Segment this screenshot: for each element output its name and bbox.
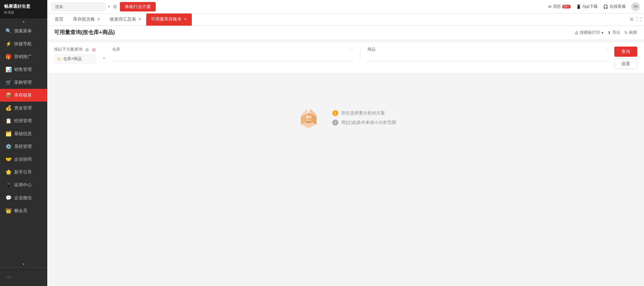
sidebar-scroll-down[interactable]: ▼ [0, 261, 47, 267]
query-left: 按以下方案查询 ⊕ ⊙ ↻ 仓库+商品 [54, 47, 96, 63]
goods-input[interactable] [367, 54, 609, 61]
tab-available-qty[interactable]: 可用量库存账本✕ [146, 14, 192, 26]
sidebar-scroll-up[interactable]: ▲ [0, 18, 47, 25]
tab-label-available-qty: 可用量库存账本 [151, 16, 182, 22]
tab-batch-account[interactable]: 库存批次账✕ [68, 14, 105, 26]
empty-hints: 1 请先选择要分析的方案 2 用[过滤]条件来缩小分析范围 [332, 110, 396, 126]
tab-close-available-qty[interactable]: ✕ [184, 17, 187, 22]
tab-close-batch-account[interactable]: ✕ [97, 17, 100, 22]
tab-label-income-summary: 收发存汇总表 [110, 16, 136, 22]
sidebar-item-basic[interactable]: 🗂️基础信息 [0, 127, 47, 140]
hint-1: 1 请先选择要分析的方案 [332, 110, 396, 116]
sidebar-item-label: 企业微信 [14, 195, 32, 201]
print-label: 按模板打印 [580, 30, 600, 35]
industry-btn[interactable]: 体验行业方案 [120, 2, 156, 11]
sidebar-item-appstore[interactable]: 📱应用中心 [0, 179, 47, 191]
tab-label-batch-account: 库存批次账 [73, 16, 95, 22]
messages-btn[interactable]: ✉ 消息 99+ [548, 4, 571, 9]
business-icon: 📋 [5, 118, 11, 124]
sidebar-item-label: 新手引导 [14, 169, 32, 175]
print-btn[interactable]: 🖨 按模板打印 ▾ [574, 30, 603, 35]
sidebar-item-label: 销售管理 [14, 67, 32, 73]
main-area: ▾ ⚙ 体验行业方案 ✉ 消息 99+ 📱 App下载 🎧 在线客服 Rit 首… [47, 0, 644, 286]
sidebar-item-extra[interactable]: ⋯ [0, 270, 47, 283]
collapse-panel-btn[interactable]: « [101, 54, 107, 62]
sidebar-header: 畅康通好生意 标准版 [0, 0, 47, 18]
sidebar-item-enterprise[interactable]: 🤝企业协同 [0, 153, 47, 166]
purchase-icon: 🛒 [5, 79, 11, 85]
query-filters: 仓库 ··· 商品 ··· [112, 47, 609, 61]
topbar-search-input[interactable] [51, 3, 105, 11]
scheme-label-text: 按以下方案查询 [54, 47, 82, 52]
sidebar-item-search[interactable]: 🔍搜索菜单 [0, 25, 47, 37]
online-service-btn[interactable]: 🎧 在线客服 [603, 4, 626, 9]
sidebar-item-shortcut[interactable]: ⚡快捷导航 [0, 37, 47, 50]
sidebar-item-marketing[interactable]: 🎁营销推广 [0, 50, 47, 63]
app-download-btn[interactable]: 📱 App下载 [576, 4, 598, 9]
export-btn[interactable]: ⬆ 导出 [608, 30, 620, 35]
page-title: 可用量查询(按仓库+商品) [54, 29, 115, 36]
tab-close-all-btn[interactable]: ✕ [629, 16, 634, 23]
user-avatar[interactable]: Rit [631, 2, 640, 11]
tab-home[interactable]: 首页 [50, 14, 68, 26]
sidebar: 畅康通好生意 标准版 ▲ 🔍搜索菜单⚡快捷导航🎁营销推广📊销售管理🛒采购管理📦库… [0, 0, 47, 286]
scheme-label: 按以下方案查询 ⊕ ⊙ [54, 47, 96, 52]
filter-goods: 商品 ··· [367, 47, 609, 61]
sidebar-item-system[interactable]: ⚙️系统管理 [0, 140, 47, 153]
online-service-label: 在线客服 [610, 4, 626, 9]
tab-expand-btn[interactable]: ⛶ [637, 17, 641, 22]
tab-income-summary[interactable]: 收发存汇总表✕ [105, 14, 146, 26]
settings-btn[interactable]: 设置 [614, 59, 637, 69]
sidebar-bottom: ⋯ [0, 267, 47, 286]
sidebar-item-guide[interactable]: 🌟新手引导 [0, 166, 47, 179]
warehouse-input[interactable] [112, 54, 354, 61]
query-btn[interactable]: 查询 [614, 47, 637, 57]
sidebar-item-label: 应用中心 [14, 182, 32, 188]
svg-rect-8 [306, 120, 308, 121]
guide-icon: 🌟 [5, 169, 11, 175]
svg-point-6 [306, 115, 312, 119]
hint-1-text: 请先选择要分析的方案 [341, 110, 385, 116]
tabbar: 首页库存批次账✕收发存汇总表✕可用量库存账本✕ ✕ ⛶ [47, 14, 644, 26]
print-chevron-icon[interactable]: ▾ [601, 30, 603, 35]
hint-2-text: 用[过滤]条件来缩小分析范围 [341, 120, 396, 126]
sidebar-item-label: 搜索菜单 [14, 28, 32, 34]
messages-badge: 99+ [562, 5, 571, 8]
sidebar-item-purchase[interactable]: 🛒采购管理 [0, 76, 47, 89]
appstore-icon: 📱 [5, 182, 11, 188]
topbar-gear-icon[interactable]: ⚙ [113, 4, 117, 10]
tab-close-income-summary[interactable]: ✕ [138, 17, 141, 22]
sidebar-item-member[interactable]: 👑畅会员 [0, 204, 47, 217]
sidebar-item-finance[interactable]: 💰资金管理 [0, 102, 47, 114]
add-scheme-btn[interactable]: ⊕ [85, 47, 89, 52]
warehouse-label-text: 仓库 [112, 47, 120, 52]
topbar-right: ✉ 消息 99+ 📱 App下载 🎧 在线客服 Rit [548, 2, 640, 11]
sidebar-item-label: 采购管理 [14, 79, 32, 85]
topbar-chevron-icon[interactable]: ▾ [108, 4, 110, 9]
phone-icon: 📱 [576, 4, 581, 9]
sidebar-item-sales[interactable]: 📊销售管理 [0, 63, 47, 76]
warehouse-more-btn[interactable]: ··· [351, 48, 354, 52]
inventory-icon: 📦 [5, 92, 11, 98]
query-right: 查询 设置 [614, 47, 637, 69]
scheme-item[interactable]: ↻ 仓库+商品 [54, 54, 96, 63]
enterprise-icon: 🤝 [5, 156, 11, 162]
sidebar-item-label: 畅会员 [14, 208, 27, 214]
sidebar-item-wechat[interactable]: 💬企业微信 [0, 191, 47, 204]
svg-rect-9 [309, 120, 311, 121]
scheme-settings-btn[interactable]: ⊙ [92, 47, 96, 52]
sidebar-item-inventory[interactable]: 📦库存核算 [0, 89, 47, 102]
goods-more-btn[interactable]: ··· [606, 48, 609, 52]
app-download-label: App下载 [583, 4, 598, 9]
sidebar-item-business[interactable]: 📋经营管理 [0, 114, 47, 127]
search-icon: 🔍 [5, 28, 11, 34]
sales-icon: 📊 [5, 67, 11, 73]
sidebar-item-label: 系统管理 [14, 144, 32, 150]
sidebar-item-label: 快捷导航 [14, 41, 32, 47]
refresh-btn[interactable]: ↻ 刷新 [624, 30, 637, 35]
sidebar-item-label: 资金管理 [14, 105, 32, 111]
sidebar-item-label: 基础信息 [14, 131, 32, 137]
tab-label-home: 首页 [55, 16, 63, 22]
marketing-icon: 🎁 [5, 54, 11, 60]
export-icon: ⬆ [608, 30, 611, 35]
